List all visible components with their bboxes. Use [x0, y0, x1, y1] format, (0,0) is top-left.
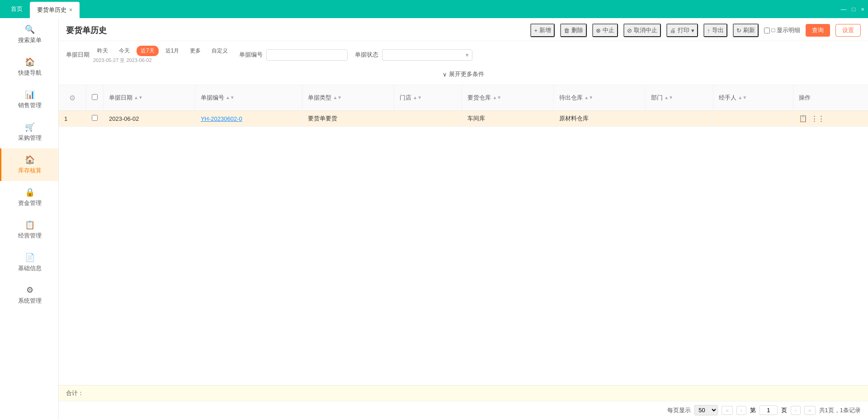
new-label: 新增: [539, 26, 551, 34]
sort-store[interactable]: 门店 ▲▼: [400, 94, 456, 102]
sidebar-item-finance[interactable]: 🔒 资金管理: [0, 181, 58, 214]
refresh-button[interactable]: ↻ 刷新: [733, 24, 759, 37]
sidebar-item-label-finance: 资金管理: [18, 199, 42, 207]
sidebar-item-system[interactable]: ⚙ 系统管理: [0, 279, 58, 311]
sidebar-item-basic-info[interactable]: 📄 基础信息: [0, 246, 58, 279]
sidebar-item-inventory[interactable]: 🏠 库存核算: [0, 148, 58, 181]
query-label: 查询: [812, 26, 824, 34]
row-edit-button[interactable]: 📋: [799, 114, 807, 123]
window-close-button[interactable]: ×: [861, 6, 864, 13]
page-size-select[interactable]: 10 20 50 100: [694, 405, 718, 415]
inventory-icon: 🏠: [25, 155, 35, 165]
print-label: 打印: [678, 26, 689, 34]
date-btn-yesterday[interactable]: 昨天: [93, 46, 112, 56]
sort-handler[interactable]: 经手人 ▲▼: [719, 94, 787, 102]
sort-request-warehouse[interactable]: 要货仓库 ▲▼: [467, 94, 548, 102]
settings-col-header: ⚙: [59, 85, 86, 111]
row-number-link[interactable]: YH-20230602-0: [201, 115, 242, 122]
doc-number-input[interactable]: [266, 49, 348, 61]
row-department: [646, 111, 713, 127]
home-tab[interactable]: 首页: [4, 0, 30, 18]
expand-more-button[interactable]: ∨ 展开更多条件: [437, 68, 490, 80]
page-title: 要货单历史: [66, 25, 107, 36]
date-filter-label: 单据日期: [66, 51, 90, 59]
sort-icon-date: ▲▼: [134, 96, 143, 100]
toolbar: + 新增 🗑 删除 ⊗ 中止 ⊘ 取消中止 🖨 打印: [530, 24, 861, 37]
first-page-button[interactable]: «: [722, 406, 733, 415]
minimize-button[interactable]: —: [841, 6, 847, 13]
maximize-button[interactable]: □: [852, 6, 856, 13]
next-page-button[interactable]: ›: [791, 406, 801, 415]
row-more-button[interactable]: ⋮⋮: [811, 114, 825, 123]
th-actions: 操作: [793, 85, 868, 111]
prev-page-button[interactable]: ‹: [736, 406, 746, 415]
sidebar-item-label-quick-nav: 快捷导航: [18, 69, 42, 77]
sidebar-item-operations[interactable]: 📋 经营管理: [0, 214, 58, 246]
sidebar-item-label-search: 搜索菜单: [18, 36, 42, 44]
sidebar-item-label-basic-info: 基础信息: [18, 264, 42, 272]
sidebar-item-label-inventory: 库存核算: [18, 167, 42, 175]
sidebar-item-label-sales: 销售管理: [18, 101, 42, 110]
sidebar-item-sales[interactable]: 📊 销售管理: [0, 83, 58, 116]
status-select[interactable]: [382, 49, 472, 61]
quick-nav-icon: 🏠: [25, 57, 35, 67]
last-page-button[interactable]: »: [804, 406, 816, 415]
sidebar-item-search-menu[interactable]: 🔍 搜索菜单: [0, 18, 58, 51]
th-department: 部门 ▲▼: [646, 85, 713, 111]
show-detail-checkbox[interactable]: □ 显示明细: [764, 26, 800, 34]
expand-more-label: 展开更多条件: [449, 70, 484, 78]
delete-icon: 🗑: [564, 27, 570, 34]
export-button[interactable]: ↑ 导出: [703, 24, 727, 37]
select-all-checkbox[interactable]: [92, 94, 98, 100]
delete-button[interactable]: 🗑 删除: [560, 24, 587, 37]
stop-icon: ⊗: [596, 27, 601, 34]
page-size-label: 每页显示: [667, 406, 691, 414]
window-controls: — □ ×: [841, 6, 864, 13]
query-button[interactable]: 查询: [806, 24, 830, 37]
close-tab-icon[interactable]: ×: [69, 7, 72, 13]
cancel-stop-button[interactable]: ⊘ 取消中止: [623, 24, 661, 37]
settings-button[interactable]: 设置: [835, 24, 861, 37]
page-input[interactable]: [760, 405, 778, 415]
show-detail-label: □ 显示明细: [772, 26, 800, 34]
row-handler: [713, 111, 793, 127]
row-select-checkbox[interactable]: [92, 115, 98, 121]
date-btn-1month[interactable]: 近1月: [161, 46, 184, 56]
date-btn-7days[interactable]: 近7天: [137, 46, 159, 56]
refresh-icon: ↻: [736, 27, 741, 34]
date-btn-custom[interactable]: 自定义: [208, 46, 232, 56]
date-btn-today[interactable]: 今天: [115, 46, 134, 56]
delete-label: 删除: [571, 26, 583, 34]
sort-number[interactable]: 单据编号 ▲▼: [201, 94, 297, 102]
sort-type[interactable]: 单据类型 ▲▼: [308, 94, 388, 102]
status-select-wrapper: ▾: [382, 49, 472, 61]
stop-button[interactable]: ⊗ 中止: [592, 24, 618, 37]
th-date: 单据日期 ▲▼: [104, 85, 195, 111]
status-filter-group: 单据状态 ▾: [355, 49, 472, 61]
content-area: 要货单历史 + 新增 🗑 删除 ⊗ 中止 ⊘ 取消中止: [59, 18, 868, 419]
print-dropdown-icon: ▾: [691, 27, 694, 34]
active-tab[interactable]: 要货单历史 ×: [30, 2, 80, 18]
sort-pending-warehouse[interactable]: 待出仓库 ▲▼: [559, 94, 640, 102]
print-button[interactable]: 🖨 打印 ▾: [666, 24, 698, 37]
doc-number-filter-group: 单据编号: [239, 49, 348, 61]
sort-date[interactable]: 单据日期 ▲▼: [109, 94, 189, 102]
status-label: 单据状态: [355, 51, 378, 59]
gear-button[interactable]: ⚙: [64, 90, 80, 106]
cancel-stop-label: 取消中止: [634, 26, 657, 34]
sort-icon-store: ▲▼: [413, 96, 422, 100]
new-button[interactable]: + 新增: [530, 24, 555, 37]
date-btn-more[interactable]: 更多: [186, 46, 205, 56]
sort-department[interactable]: 部门 ▲▼: [651, 94, 708, 102]
show-detail-input[interactable]: [764, 28, 770, 33]
row-actions: 📋 ⋮⋮: [793, 111, 868, 127]
sidebar-item-quick-nav[interactable]: 🏠 快捷导航: [0, 51, 58, 83]
sidebar-item-label-purchase: 采购管理: [18, 134, 42, 142]
sidebar-item-purchase[interactable]: 🛒 采购管理: [0, 116, 58, 148]
top-nav-bar: 首页 要货单历史 × — □ ×: [0, 0, 868, 18]
th-type: 单据类型 ▲▼: [302, 85, 394, 111]
purchase-icon: 🛒: [25, 122, 35, 132]
date-shortcuts: 昨天 今天 近7天 近1月 更多 自定义: [93, 46, 232, 56]
table-header-row: ⚙ 单据日期 ▲▼ 单据编号: [59, 85, 868, 111]
page-header: 要货单历史 + 新增 🗑 删除 ⊗ 中止 ⊘ 取消中止: [59, 18, 868, 41]
